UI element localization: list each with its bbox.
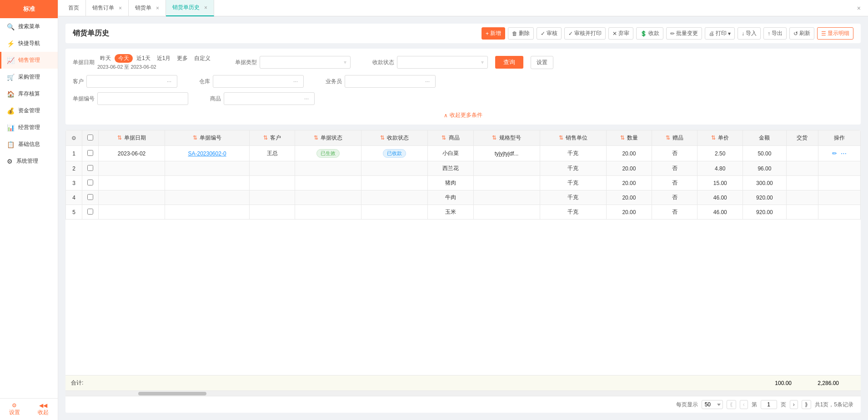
row-check-2[interactable] xyxy=(82,161,99,176)
collapse-conditions-btn[interactable]: ∧ 收起更多条件 xyxy=(73,111,853,119)
salesperson-input[interactable] xyxy=(349,75,423,87)
row-checkbox-5[interactable] xyxy=(87,209,93,215)
abandon-label: 弃审 xyxy=(618,30,629,37)
shortcut-today[interactable]: 今天 xyxy=(115,54,133,63)
print-btn[interactable]: 🖨 打印 ▾ xyxy=(705,27,735,40)
sidebar-item-search-menu[interactable]: 🔍 搜索菜单 xyxy=(0,18,58,35)
table-scroll-area[interactable]: ⚙ ⇅ 单据日期 ⇅ 单据编号 xyxy=(65,130,861,375)
table-row: 1 2023-06-02 SA-20230602-0 王总 已生效 xyxy=(66,146,861,161)
select-all-checkbox[interactable] xyxy=(87,135,93,140)
tab-bar-close-btn[interactable]: × xyxy=(853,5,864,12)
th-collect-status[interactable]: ⇅ 收款状态 xyxy=(361,130,428,146)
row-checkbox-3[interactable] xyxy=(87,180,93,185)
filter-salesperson-item: 业务员 ··· xyxy=(326,75,436,88)
row-check-3[interactable] xyxy=(82,176,99,190)
goods-dots-btn[interactable]: ··· xyxy=(302,95,311,103)
shortcut-yesterday[interactable]: 昨天 xyxy=(97,54,114,63)
page-first-btn[interactable]: ⟪ xyxy=(727,400,736,409)
gear-icon[interactable]: ⚙ xyxy=(71,135,76,141)
page-last-btn[interactable]: ⟫ xyxy=(802,400,811,409)
row-gift-5: 否 xyxy=(652,205,697,220)
horizontal-scrollbar[interactable] xyxy=(65,390,861,396)
customer-dots-btn[interactable]: ··· xyxy=(165,77,173,85)
scrollbar-thumb[interactable] xyxy=(138,392,206,395)
inventory-icon: 🏠 xyxy=(7,90,15,98)
sidebar-item-quick-nav[interactable]: ⚡ 快捷导航 xyxy=(0,35,58,52)
page-next-btn[interactable]: › xyxy=(790,400,798,409)
tab-home[interactable]: 首页 xyxy=(62,0,86,16)
shortcut-last7[interactable]: 近1天 xyxy=(134,54,153,63)
doc-no-input[interactable] xyxy=(97,92,188,105)
th-customer[interactable]: ⇅ 客户 xyxy=(249,130,295,146)
tab-sales-order[interactable]: 销售订单 × xyxy=(86,0,129,16)
th-unit[interactable]: ⇅ 销售单位 xyxy=(540,130,606,146)
row-more-btn-1[interactable]: ⋯ xyxy=(841,150,847,157)
page-prev-btn[interactable]: ‹ xyxy=(740,400,748,409)
row-checkbox-2[interactable] xyxy=(87,165,93,171)
warehouse-input[interactable] xyxy=(217,75,291,87)
th-checkbox[interactable] xyxy=(82,130,99,146)
customer-input[interactable] xyxy=(90,75,165,87)
audit-print-btn[interactable]: ✓ 审核并打印 xyxy=(564,27,606,40)
page-input[interactable] xyxy=(761,400,777,409)
row-edit-btn-1[interactable]: ✏ xyxy=(832,150,837,157)
tab-sales-delivery-close[interactable]: × xyxy=(156,5,159,11)
shortcut-more[interactable]: 更多 xyxy=(174,54,191,63)
sidebar-item-purchase-mgmt[interactable]: 🛒 采购管理 xyxy=(0,69,58,85)
th-doc-status[interactable]: ⇅ 单据状态 xyxy=(295,130,361,146)
query-btn[interactable]: 查询 xyxy=(495,56,523,69)
show-detail-btn[interactable]: ☰ 显示明细 xyxy=(817,27,853,40)
sidebar-item-sales-mgmt[interactable]: 📈 销售管理 xyxy=(0,52,58,69)
th-doc-no[interactable]: ⇅ 单据编号 xyxy=(165,130,250,146)
th-gear[interactable]: ⚙ xyxy=(66,130,82,146)
sidebar-collapse-btn[interactable]: ◀◀ 收起 xyxy=(38,402,49,416)
batch-change-btn[interactable]: ✏ 批量变更 xyxy=(666,27,702,40)
sidebar-item-basic-info[interactable]: 📋 基础信息 xyxy=(0,136,58,153)
sidebar-item-finance-mgmt[interactable]: 💰 资金管理 xyxy=(0,102,58,119)
sidebar-settings-btn[interactable]: ⚙ 设置 xyxy=(9,402,20,416)
new-btn[interactable]: + 新增 xyxy=(482,27,505,40)
goods-input[interactable] xyxy=(228,93,302,105)
doc-type-dropdown-icon[interactable]: ▾ xyxy=(344,59,346,65)
th-spec[interactable]: ⇅ 规格型号 xyxy=(473,130,540,146)
row-no-1[interactable]: SA-20230602-0 xyxy=(165,146,250,161)
shortcut-last1m[interactable]: 近1月 xyxy=(154,54,174,63)
th-gift[interactable]: ⇅ 赠品 xyxy=(652,130,697,146)
row-doc-status-3 xyxy=(295,176,361,190)
row-collect-status-3 xyxy=(361,176,428,190)
warehouse-dots-btn[interactable]: ··· xyxy=(291,77,300,85)
page-size-select[interactable]: 20 50 100 xyxy=(702,400,723,409)
tab-sales-history[interactable]: 销货单历史 × xyxy=(166,0,214,16)
import-btn[interactable]: ↓ 导入 xyxy=(738,27,761,40)
refresh-btn[interactable]: ↺ 刷新 xyxy=(789,27,814,40)
sidebar-item-inventory[interactable]: 🏠 库存核算 xyxy=(0,85,58,102)
shortcut-custom[interactable]: 自定义 xyxy=(191,54,213,63)
row-checkbox-1[interactable] xyxy=(87,150,93,156)
export-btn[interactable]: ↑ 导出 xyxy=(763,27,787,40)
doc-no-link-1[interactable]: SA-20230602-0 xyxy=(188,150,226,157)
collect-status-input[interactable] xyxy=(401,56,481,68)
row-check-5[interactable] xyxy=(82,205,99,220)
collect-status-dropdown-icon[interactable]: ▾ xyxy=(481,59,484,65)
th-doc-date[interactable]: ⇅ 单据日期 xyxy=(99,130,165,146)
row-check-4[interactable] xyxy=(82,190,99,205)
sidebar-item-system-mgmt[interactable]: ⚙ 系统管理 xyxy=(0,153,58,170)
tab-sales-delivery[interactable]: 销货单 × xyxy=(129,0,166,16)
filter-settings-btn[interactable]: 设置 xyxy=(531,56,553,69)
abandon-btn[interactable]: ✕ 弃审 xyxy=(608,27,633,40)
th-goods[interactable]: ⇅ 商品 xyxy=(428,130,473,146)
th-unit-price[interactable]: ⇅ 单价 xyxy=(697,130,743,146)
row-checkbox-4[interactable] xyxy=(87,194,93,200)
date-shortcuts-row: 昨天 今天 近1天 近1月 更多 自定义 xyxy=(97,54,213,63)
sidebar-item-operations-mgmt[interactable]: 📊 经营管理 xyxy=(0,119,58,136)
sidebar-item-label: 基础信息 xyxy=(18,140,40,148)
tab-sales-order-close[interactable]: × xyxy=(119,5,122,11)
row-check-1[interactable] xyxy=(82,146,99,161)
salesperson-dots-btn[interactable]: ··· xyxy=(423,77,431,85)
delete-btn[interactable]: 🗑 删除 xyxy=(508,27,534,40)
audit-btn[interactable]: ✓ 审核 xyxy=(537,27,562,40)
th-qty[interactable]: ⇅ 数量 xyxy=(606,130,652,146)
doc-type-input[interactable] xyxy=(264,56,344,68)
collect-btn[interactable]: 💲 收款 xyxy=(636,27,663,40)
tab-sales-history-close[interactable]: × xyxy=(204,5,207,11)
